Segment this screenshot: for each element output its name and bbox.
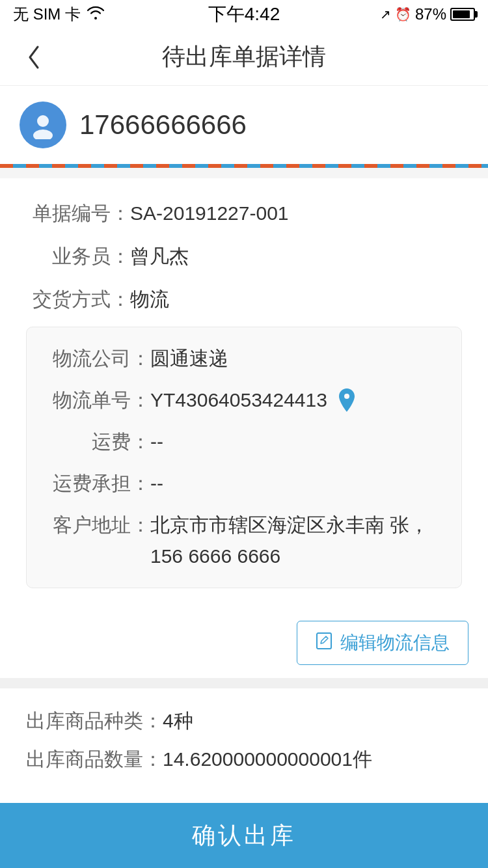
back-button[interactable] xyxy=(20,43,48,72)
salesman-label: 业务员： xyxy=(26,241,130,272)
tracking-number: YT43064053424413 xyxy=(150,385,327,416)
user-phone: 17666666666 xyxy=(79,109,247,141)
goods-type-row: 出库商品种类： 4种 xyxy=(26,708,462,735)
edit-logistics-label: 编辑物流信息 xyxy=(340,631,450,655)
tracking-location-icon[interactable] xyxy=(335,388,359,412)
tracking-label: 物流单号： xyxy=(46,385,150,416)
location-status-icon: ↗ xyxy=(380,7,391,22)
order-no-label: 单据编号： xyxy=(26,198,130,229)
svg-point-0 xyxy=(37,115,49,127)
logistics-company-label: 物流公司： xyxy=(46,343,150,374)
goods-type-label: 出库商品种类： xyxy=(26,708,163,735)
edit-icon xyxy=(316,632,334,655)
user-header: 17666666666 xyxy=(0,86,488,164)
freight-row: 运费： -- xyxy=(46,426,442,457)
address-row: 客户地址： 北京市市辖区海淀区永丰南 张，156 6666 6666 xyxy=(46,509,442,572)
logistics-company-value: 圆通速递 xyxy=(150,343,442,374)
dashed-divider xyxy=(0,164,488,168)
tracking-row: 物流单号： YT43064053424413 xyxy=(46,385,442,416)
freight-label: 运费： xyxy=(46,426,150,457)
freight-bear-value: -- xyxy=(150,468,442,499)
svg-rect-2 xyxy=(317,633,331,649)
battery-text: 87% xyxy=(415,5,446,23)
freight-bear-row: 运费承担： -- xyxy=(46,468,442,499)
svg-point-1 xyxy=(33,129,53,139)
page-title: 待出库单据详情 xyxy=(48,41,440,73)
tracking-value: YT43064053424413 xyxy=(150,385,442,416)
battery-icon xyxy=(450,8,475,21)
confirm-button-label: 确认出库 xyxy=(192,820,296,852)
delivery-value: 物流 xyxy=(130,284,462,315)
goods-quantity-row: 出库商品数量： 14.620000000000001件 xyxy=(26,746,462,773)
carrier-text: 无 SIM 卡 xyxy=(13,4,81,25)
freight-bear-label: 运费承担： xyxy=(46,468,150,499)
edit-logistics-button[interactable]: 编辑物流信息 xyxy=(297,621,468,665)
order-no-row: 单据编号： SA-20191227-001 xyxy=(26,198,462,229)
delivery-row: 交货方式： 物流 xyxy=(26,284,462,315)
avatar xyxy=(20,102,66,148)
delivery-label: 交货方式： xyxy=(26,284,130,315)
salesman-row: 业务员： 曾凡杰 xyxy=(26,241,462,272)
status-left: 无 SIM 卡 xyxy=(13,4,105,25)
nav-bar: 待出库单据详情 xyxy=(0,29,488,86)
order-no-value: SA-20191227-001 xyxy=(130,198,462,229)
goods-section: 出库商品种类： 4种 出库商品数量： 14.620000000000001件 xyxy=(0,688,488,793)
salesman-value: 曾凡杰 xyxy=(130,241,462,272)
confirm-bar[interactable]: 确认出库 xyxy=(0,803,488,868)
gray-separator-1 xyxy=(0,678,488,688)
address-label: 客户地址： xyxy=(46,509,150,541)
address-value: 北京市市辖区海淀区永丰南 张，156 6666 6666 xyxy=(150,509,442,572)
status-time: 下午4:42 xyxy=(208,2,280,27)
wifi-icon xyxy=(86,5,105,23)
logistics-card: 物流公司： 圆通速递 物流单号： YT43064053424413 运费： -- xyxy=(26,327,462,588)
status-right: ↗ ⏰ 87% xyxy=(380,5,475,23)
logistics-company-row: 物流公司： 圆通速递 xyxy=(46,343,442,374)
status-bar: 无 SIM 卡 下午4:42 ↗ ⏰ 87% xyxy=(0,0,488,29)
freight-value: -- xyxy=(150,426,442,457)
goods-quantity-value: 14.620000000000001件 xyxy=(163,746,372,773)
order-info-section: 单据编号： SA-20191227-001 业务员： 曾凡杰 交货方式： 物流 … xyxy=(0,178,488,608)
alarm-icon: ⏰ xyxy=(395,7,411,22)
goods-quantity-label: 出库商品数量： xyxy=(26,746,163,773)
edit-logistics-row: 编辑物流信息 xyxy=(0,608,488,678)
goods-type-value: 4种 xyxy=(163,708,193,735)
